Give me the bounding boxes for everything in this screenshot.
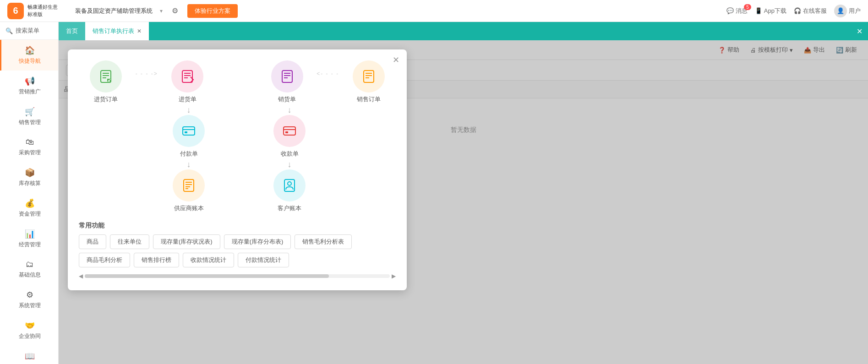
system-name: 装备及固定资产辅助管理系统 [75, 7, 153, 15]
func-btn-goods[interactable]: 商品 [79, 234, 106, 249]
payment-bill-label: 付款单 [180, 150, 198, 158]
flow-node-receipt-bill[interactable]: 收款单 [262, 115, 317, 158]
scroll-left-button[interactable]: ◀ [79, 273, 83, 279]
sidebar-item-newbie[interactable]: 📖 新手引导 [0, 346, 58, 364]
sales-order-tab-label: 销售订单执行表 [93, 27, 134, 35]
sidebar-item-quick-nav[interactable]: 🏠 快捷导航 [0, 40, 58, 71]
money-icon: 💰 [25, 198, 35, 208]
app-download-button[interactable]: 📱 App下载 [755, 7, 786, 15]
message-button[interactable]: 💬 消息 5 [726, 7, 748, 15]
flow-node-supplier-account[interactable]: 供应商账本 [161, 169, 216, 212]
tab-home[interactable]: 首页 [59, 22, 85, 40]
sidebar-item-system[interactable]: ⚙ 系统管理 [0, 284, 58, 315]
receipt-bill-label: 收款单 [281, 150, 299, 158]
customer-account-label: 客户账本 [278, 204, 301, 212]
online-service-button[interactable]: 🎧 在线客服 [794, 7, 827, 15]
svg-rect-4 [182, 71, 192, 82]
folder-icon: 🗂 [26, 260, 34, 269]
flow-diagram: 进货订单 - - - -> 进货单 [79, 60, 396, 212]
avatar: 👤 [834, 5, 847, 17]
svg-rect-18 [185, 131, 187, 133]
handshake-icon: 🤝 [25, 321, 35, 331]
search-icon: 🔍 [5, 27, 13, 34]
supplier-account-label: 供应商账本 [174, 204, 204, 212]
tab-sales-order-exec[interactable]: 销售订单执行表 ✕ [85, 22, 149, 40]
flow-node-sales-order[interactable]: 销售订单 [341, 60, 396, 103]
book-icon: 📖 [25, 351, 35, 361]
sidebar-item-label: 企业协同 [19, 332, 41, 340]
flow-node-customer-account[interactable]: 客户账本 [262, 169, 317, 212]
scrollbar-thumb[interactable] [85, 274, 329, 278]
func-btn-current-stock-dist[interactable]: 现存量(库存分布表) [224, 234, 291, 249]
quick-nav-modal: ✕ 进货订单 [68, 49, 407, 290]
sidebar-item-purchase[interactable]: 🛍 采购管理 [0, 132, 58, 162]
sidebar-item-enterprise[interactable]: 🤝 企业协同 [0, 315, 58, 346]
sidebar-item-inventory[interactable]: 📦 库存核算 [0, 162, 58, 193]
flow-node-sales-bill[interactable]: 销货单 [260, 60, 314, 103]
svg-rect-12 [364, 71, 374, 82]
svg-rect-19 [284, 127, 295, 135]
arrow-down-payment: ↓ [161, 160, 216, 169]
sales-bill-label: 销货单 [278, 95, 296, 103]
sales-bill-icon [271, 60, 303, 92]
purchase-bill-label: 进货单 [179, 95, 197, 103]
tab-close-icon[interactable]: ✕ [137, 28, 142, 34]
func-btn-current-stock-status[interactable]: 现存量(库存状况表) [153, 234, 220, 249]
svg-rect-22 [184, 179, 194, 191]
flow-node-payment-bill[interactable]: 付款单 [161, 115, 216, 158]
func-btn-counterpart[interactable]: 往来单位 [110, 234, 149, 249]
modal-close-button[interactable]: ✕ [393, 55, 399, 65]
megaphone-icon: 📢 [25, 76, 35, 86]
sidebar-item-finance[interactable]: 💰 资金管理 [0, 193, 58, 223]
scrollbar-track[interactable] [85, 274, 390, 278]
logo-area: 6 畅康通好生意 标准版 [7, 3, 66, 19]
content-area: 首页 销售订单执行表 ✕ ✕ ❓ 帮助 [59, 22, 868, 364]
home-icon: 🏠 [25, 45, 35, 55]
sidebar-item-label: 采购管理 [19, 149, 41, 157]
svg-rect-8 [282, 71, 292, 82]
sidebar-item-sales[interactable]: 🛒 销售管理 [0, 101, 58, 132]
purchase-order-icon [90, 60, 122, 92]
func-btn-sales-profit-analysis[interactable]: 销售毛利分析表 [295, 234, 352, 249]
arrow-sales-order-to-bill: <- - - - [314, 71, 341, 77]
app-download-icon: 📱 [755, 7, 762, 14]
svg-rect-16 [183, 127, 195, 135]
search-menu[interactable]: 🔍 搜索菜单 [0, 22, 58, 40]
arrow-down-sales-bill: ↓ [262, 105, 317, 115]
common-functions-title: 常用功能 [79, 222, 396, 230]
sidebar-item-basic[interactable]: 🗂 基础信息 [0, 254, 58, 284]
func-btn-receipt-stats[interactable]: 收款情况统计 [183, 253, 234, 267]
sidebar-item-label: 资金管理 [19, 210, 41, 218]
user-menu[interactable]: 👤 用户 [834, 5, 861, 17]
func-btn-sales-ranking[interactable]: 销售排行榜 [134, 253, 179, 267]
func-btn-payment-stats[interactable]: 付款情况统计 [238, 253, 289, 267]
logo-icon: 6 [7, 3, 24, 19]
arrow-purchase-to-bill: - - - -> [133, 71, 160, 77]
supplier-account-icon [173, 169, 205, 201]
func-buttons: 商品 往来单位 现存量(库存状况表) 现存量(库存分布表) 销售毛利分析表 商品… [79, 234, 396, 267]
gear-icon: ⚙ [26, 290, 33, 300]
system-dropdown-icon[interactable]: ▾ [160, 8, 163, 14]
trial-button[interactable]: 体验行业方案 [187, 4, 238, 18]
func-btn-goods-profit-analysis[interactable]: 商品毛利分析 [79, 253, 130, 267]
message-icon: 💬 [726, 7, 734, 14]
sidebar-item-label: 库存核算 [19, 179, 41, 187]
settings-icon[interactable]: ⚙ [172, 6, 178, 15]
sidebar: 🔍 搜索菜单 🏠 快捷导航 📢 营销推广 🛒 销售管理 🛍 采购管理 📦 [0, 22, 59, 364]
sidebar-item-marketing[interactable]: 📢 营销推广 [0, 71, 58, 101]
sidebar-item-label: 基础信息 [19, 271, 41, 279]
page-content: ❓ 帮助 🖨 按模板打印 ▾ 📤 导出 🔄 [59, 40, 868, 364]
payment-bill-icon [173, 115, 205, 147]
close-content-icon[interactable]: ✕ [857, 27, 863, 36]
scrollbar-area: ◀ ▶ [79, 273, 396, 279]
flow-node-purchase-bill[interactable]: 进货单 [160, 60, 215, 103]
sales-order-icon [353, 60, 385, 92]
modal-overlay[interactable]: ✕ 进货订单 [59, 40, 868, 364]
flow-node-purchase-order[interactable]: 进货订单 [79, 60, 133, 103]
common-functions: 常用功能 商品 往来单位 现存量(库存状况表) 现存量(库存分布表) 销售毛利分… [79, 222, 396, 267]
sidebar-item-operations[interactable]: 📊 经营管理 [0, 223, 58, 254]
scroll-right-button[interactable]: ▶ [392, 273, 396, 279]
receipt-bill-icon [273, 115, 306, 147]
svg-point-28 [288, 182, 291, 185]
sales-order-label: 销售订单 [357, 95, 381, 103]
